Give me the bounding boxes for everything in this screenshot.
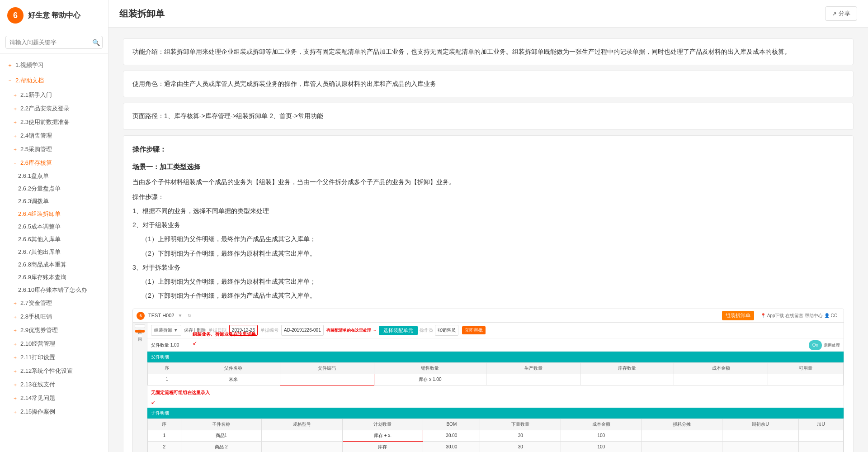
ss-upper-table-header: 父件明细	[147, 352, 844, 362]
sidebar-item-2-3[interactable]: ＋ 2.3使用前数据准备	[0, 115, 108, 129]
ss-lcol-down-qty: 下量数量	[480, 419, 561, 430]
ss-operator-value: 张销售员	[435, 325, 458, 336]
ss-warning-text: 有装配清单的在这里处理	[326, 327, 371, 334]
sidebar-item-2-5[interactable]: ＋ 2.5采购管理	[0, 143, 108, 156]
ss-docno-value: AD-20191226-001	[281, 325, 324, 336]
plus-icon-2-12: ＋	[13, 368, 18, 375]
ss-toggle-area: On 启用处理	[809, 340, 840, 350]
sidebar-item-2-9[interactable]: ＋ 2.9优惠券管理	[0, 324, 108, 337]
sidebar-item-2-6-7[interactable]: 2.6.7其他出库单	[0, 246, 108, 258]
table-row: 1 米米 库存 x 1.00	[148, 374, 844, 385]
sidebar-item-videos[interactable]: ＋ 1.视频学习	[0, 57, 108, 73]
app-logo-icon: 6	[7, 7, 24, 24]
ss-select-type[interactable]: 组装拆卸 ▼	[151, 325, 181, 336]
plus-icon-2-2: ＋	[13, 105, 18, 112]
ops-title: 操作步骤：	[132, 191, 844, 203]
sidebar-item-2-6-8[interactable]: 2.6.8商品成本重算	[0, 258, 108, 271]
plus-icon-2-13: ＋	[13, 381, 18, 388]
sidebar-item-2-6-9[interactable]: 2.6.9库存账本查询	[0, 271, 108, 284]
ss-lcol-cost: 成本金额	[561, 419, 642, 430]
ss-nav-item-3[interactable]: 同	[137, 334, 143, 344]
plus-icon: ＋	[7, 62, 13, 69]
ss-lower-annotation-row: 无固定流程可组组在这里录入 ↙	[151, 386, 840, 408]
ss-refresh-icon: ↻	[188, 312, 191, 320]
ss-lcol-init: 期初余U	[722, 419, 799, 430]
sidebar-item-2-6-4[interactable]: 2.6.4组装拆卸单	[0, 208, 108, 220]
screenshot-header: 6 TEST-H002 ▼ ↻ 组装拆卸单 📍 App下载 在线留言 帮助中心 …	[133, 309, 844, 323]
sidebar-item-2-6-1[interactable]: 2.6.1盘点单	[0, 170, 108, 182]
ss-lower-table-header: 子件明细	[147, 408, 844, 419]
ss-col-parent-name: 父件名称	[186, 363, 280, 374]
sidebar-item-2-6-5[interactable]: 2.6.5成本调整单	[0, 220, 108, 233]
screenshot-inner: 6 TEST-H002 ▼ ↻ 组装拆卸单 📍 App下载 在线留言 帮助中心 …	[133, 309, 844, 452]
sidebar-item-2-6-3[interactable]: 2.6.3调拨单	[0, 195, 108, 208]
annotation-arrow-down-1: ↙	[193, 338, 197, 348]
sidebar-item-2-6-10[interactable]: 2.6.10库存账本错了怎么办	[0, 284, 108, 296]
sidebar-item-2-13[interactable]: ＋ 2.13在线支付	[0, 378, 108, 391]
docs-sub-items: ＋ 2.1新手入门 ＋ 2.2产品安装及登录 ＋ 2.3使用前数据准备 ＋ 2.…	[0, 88, 108, 419]
sidebar-item-2-1[interactable]: ＋ 2.1新手入门	[0, 88, 108, 102]
share-button[interactable]: ↗ 分享	[825, 6, 857, 21]
sidebar-item-2-15[interactable]: ＋ 2.15操作案例	[0, 405, 108, 419]
ss-lcol-seq: 序	[148, 419, 181, 430]
ss-lcol-name: 子件名称	[181, 419, 262, 430]
plus-icon-2-8: ＋	[13, 314, 18, 320]
ss-main-form: 组装拆卸 ▼ 保存 | 删除 单据日期 2019-12-26 单据编号 AD-2…	[147, 323, 844, 452]
ss-lcol-add: 加U	[799, 419, 844, 430]
sidebar-search-container: 🔍	[0, 31, 108, 54]
search-button[interactable]: 🔍	[92, 39, 100, 46]
sidebar-item-2-6-2[interactable]: 2.6.2分量盘点单	[0, 182, 108, 195]
ss-nav-item-2[interactable]: 新增单	[135, 330, 144, 333]
sidebar-item-2-14[interactable]: ＋ 2.14常见问题	[0, 391, 108, 405]
annotation-type-switch-text: 组装业务、拆卸业务在这里切换	[193, 330, 256, 338]
steps-title: 操作步骤：	[132, 143, 844, 155]
ss-toggle-on[interactable]: On	[809, 340, 822, 350]
annotation-arrow-up: ↙	[151, 398, 210, 408]
screenshot-container: 6 TEST-H002 ▼ ↻ 组装拆卸单 📍 App下载 在线留言 帮助中心 …	[132, 309, 844, 452]
ss-nav-item-1[interactable]: 自贡	[135, 324, 145, 328]
op3-1: （1）上部明细为父件明细，最终作为原材料生成其它出库单；	[142, 276, 844, 287]
sidebar-item-2-4[interactable]: ＋ 2.4销售管理	[0, 129, 108, 143]
plus-icon-2-15: ＋	[13, 409, 18, 415]
plus-icon-2-5: ＋	[13, 146, 18, 153]
sidebar-item-2-10[interactable]: ＋ 2.10经营管理	[0, 337, 108, 351]
minus-icon-2-6: －	[13, 160, 18, 167]
sidebar-item-2-12[interactable]: ＋ 2.12系统个性化设置	[0, 364, 108, 378]
search-input[interactable]	[5, 36, 103, 49]
sidebar-item-2-2[interactable]: ＋ 2.2产品安装及登录	[0, 102, 108, 115]
op3-2: （2）下部明细为子件明细，最终作为产成品生成其它入库单。	[142, 290, 844, 301]
sidebar-item-2-8[interactable]: ＋ 2.8手机旺铺	[0, 310, 108, 324]
ss-col-parent-code: 父件编码	[280, 363, 374, 374]
ss-docno-label: 单据编号	[260, 326, 278, 334]
ss-type-switcher-area: 父件数量 1.00 组装业务、拆卸业务在这里切换 ↙ On 启用处理	[147, 338, 844, 352]
sidebar: 6 好生意 帮助中心 🔍 ＋ 1.视频学习 － 2.帮助文档 ＋ 2.1新手入门	[0, 0, 108, 452]
sidebar-item-2-7[interactable]: ＋ 2.7资金管理	[0, 296, 108, 310]
intro-card: 功能介绍：组装拆卸单用来处理企业组装或拆卸等加工业务，支持有固定装配清单的产品加…	[123, 38, 854, 65]
plus-icon-2-1: ＋	[13, 92, 18, 99]
scene-title: 场景一：加工类型选择	[132, 161, 844, 173]
ss-new-doc-btn[interactable]: 组装拆卸单	[722, 311, 754, 320]
sidebar-item-2-6-6[interactable]: 2.6.6其他入库单	[0, 233, 108, 246]
role-card: 使用角色：通常由生产人员或库管人员完成拆装业务的操作，库管人员确认原材料的出库和…	[123, 71, 854, 97]
table-row: 1 商品1 库存 + x. 30.00 30 100	[148, 430, 844, 442]
plus-icon-2-14: ＋	[13, 395, 18, 402]
scene-desc: 当由多个子件材料组装成一个成品的业务为【组装】业务，当由一个父件拆分成多个子产品…	[132, 176, 844, 188]
nav-section-videos: ＋ 1.视频学习	[0, 57, 108, 73]
plus-icon-2-11: ＋	[13, 354, 18, 361]
share-icon: ↗	[832, 10, 837, 17]
ss-app-logo: 6	[137, 312, 145, 320]
op3: 3、对于拆装业务	[132, 262, 844, 273]
plus-icon-2-9: ＋	[13, 327, 18, 334]
ss-arrow-right: →	[373, 327, 377, 334]
plus-icon-2-10: ＋	[13, 341, 18, 347]
ss-select-bom-btn[interactable]: 选择装配单元	[379, 326, 418, 335]
sidebar-item-docs[interactable]: － 2.帮助文档	[0, 73, 108, 88]
intro-text: 功能介绍：组装拆卸单用来处理企业组装或拆卸等加工业务，支持有固定装配清单的产品加…	[132, 48, 791, 55]
ss-lcol-spec: 规格型号	[262, 419, 343, 430]
sidebar-item-2-6[interactable]: － 2.6库存核算	[0, 156, 108, 170]
ss-left-nav: 自贡 新增单 同	[133, 323, 147, 452]
sidebar-item-2-11[interactable]: ＋ 2.11打印设置	[0, 351, 108, 364]
ss-confirm-btn[interactable]: 立即审批	[462, 326, 486, 334]
sidebar-logo: 6 好生意 帮助中心	[0, 0, 108, 31]
plus-icon-2-7: ＋	[13, 300, 18, 307]
